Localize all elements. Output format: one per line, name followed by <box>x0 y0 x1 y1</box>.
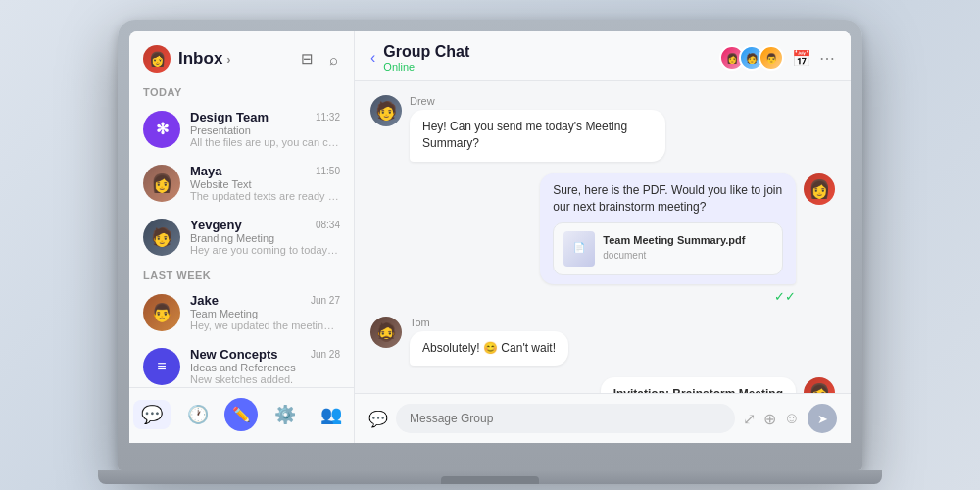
laptop-screen: 👩 Inbox › ⊟ ⌕ TODAY <box>129 31 851 443</box>
list-item[interactable]: ≡ New Concepts Jun 28 Ideas and Referenc… <box>129 339 354 387</box>
message-content: Tom Absolutely! 😊 Can't wait! <box>410 317 568 366</box>
conv-preview: Hey are you coming to today's... <box>190 244 340 256</box>
conv-preview: Hey, we updated the meeting time... <box>190 319 340 331</box>
list-item[interactable]: 🧑 Yevgeny 08:34 Branding Meeting Hey are… <box>129 210 354 264</box>
chevron-icon: › <box>226 52 230 67</box>
message-sender: Tom <box>410 317 568 328</box>
avatar: 🧑 <box>370 95 402 126</box>
conversation-body: Jake Jun 27 Team Meeting Hey, we updated… <box>190 293 340 331</box>
message-sender: Drew <box>410 95 665 107</box>
doc-info: Team Meeting Summary.pdf document <box>603 233 745 263</box>
doc-type: document <box>603 249 745 264</box>
app-container: 👩 Inbox › ⊟ ⌕ TODAY <box>129 31 851 443</box>
message-content: Invitation: Brainstorm Meeting rsvp ▾ We… <box>601 377 796 393</box>
chat-input-bar: 💬 ⤢ ⊕ ☺ ➤ <box>355 393 851 443</box>
section-lastweek: LAST WEEK <box>129 264 354 285</box>
conv-time: Jun 27 <box>311 295 340 306</box>
sidebar-title-area: 👩 Inbox › <box>143 45 231 73</box>
avatar: ≡ <box>143 348 180 385</box>
inbox-label: Inbox <box>178 49 222 69</box>
conversation-body: Design Team 11:32 Presentation All the f… <box>190 110 340 148</box>
nav-chat-button[interactable]: 💬 <box>133 400 171 429</box>
avatar: 👩 <box>804 173 835 205</box>
message-row: 👩 Sure, here is the PDF. Would you like … <box>370 173 835 305</box>
conv-preview: The updated texts are ready to go in... <box>190 190 340 202</box>
message-content: Drew Hey! Can you send me today's Meetin… <box>410 95 665 162</box>
conv-name: New Concepts <box>190 347 278 362</box>
laptop-frame: 👩 Inbox › ⊟ ⌕ TODAY <box>118 20 862 470</box>
bottom-nav: 💬 🕐 ✏️ ⚙️ 👥 <box>129 387 354 443</box>
search-button[interactable]: ⌕ <box>327 48 340 70</box>
message-bubble: Absolutely! 😊 Can't wait! <box>410 331 568 366</box>
invite-card: Invitation: Brainstorm Meeting rsvp ▾ We… <box>601 377 796 393</box>
chat-header-right: 👩 🧑 👨 📅 ⋯ <box>719 45 835 71</box>
nav-users-button[interactable]: 👥 <box>313 400 350 429</box>
back-arrow-icon[interactable]: ‹ <box>370 49 375 67</box>
message-icon: 💬 <box>368 410 388 428</box>
laptop-base <box>98 470 882 484</box>
avatar: 👨 <box>143 294 180 331</box>
expand-icon-button[interactable]: ⤢ <box>743 410 756 428</box>
conv-sub: Branding Meeting <box>190 232 340 244</box>
conversation-body: Maya 11:50 Website Text The updated text… <box>190 164 340 202</box>
sidebar-icon-group: ⊟ ⌕ <box>299 48 340 70</box>
avatar: 🧑 <box>143 219 180 256</box>
conv-time: Jun 28 <box>311 349 340 360</box>
filter-button[interactable]: ⊟ <box>299 48 316 70</box>
conv-sub: Presentation <box>190 124 340 136</box>
avatar-stack: 👩 🧑 👨 <box>719 45 784 71</box>
document-card[interactable]: 📄 Team Meeting Summary.pdf document <box>553 222 783 275</box>
nav-settings-button[interactable]: ⚙️ <box>267 400 304 429</box>
conv-time: 11:50 <box>316 166 340 176</box>
conversation-body: Yevgeny 08:34 Branding Meeting Hey are y… <box>190 218 340 256</box>
calendar-icon-button[interactable]: 📅 <box>792 49 811 68</box>
chat-messages: 🧑 Drew Hey! Can you send me today's Meet… <box>355 81 851 393</box>
chat-title-area: ‹ Group Chat Online <box>370 43 469 73</box>
conv-name: Design Team <box>190 110 269 124</box>
conv-preview: All the files are up, you can com... <box>190 136 340 148</box>
conv-preview: New sketches added. <box>190 373 340 385</box>
conv-sub: Ideas and References <box>190 362 340 373</box>
conversation-list: TODAY ✻ Design Team 11:32 Presentation A… <box>129 80 354 387</box>
laptop-notch <box>441 476 539 484</box>
conv-name: Yevgeny <box>190 218 242 232</box>
message-input[interactable] <box>396 404 735 433</box>
send-button[interactable]: ➤ <box>808 404 837 433</box>
sidebar-header: 👩 Inbox › ⊟ ⌕ <box>129 31 354 80</box>
nav-compose-button[interactable]: ✏️ <box>224 398 258 431</box>
message-row: 🧔 Tom Absolutely! 😊 Can't wait! <box>370 317 835 366</box>
conv-time: 08:34 <box>316 220 340 230</box>
sidebar: 👩 Inbox › ⊟ ⌕ TODAY <box>129 31 355 443</box>
message-bubble: Hey! Can you send me today's Meeting Sum… <box>410 110 665 162</box>
chat-status: Online <box>383 61 469 73</box>
avatar: 👩 <box>143 45 171 73</box>
sidebar-title[interactable]: Inbox › <box>178 49 231 69</box>
section-today: TODAY <box>129 80 354 102</box>
avatar: 👩 <box>804 377 835 393</box>
list-item[interactable]: 👨 Jake Jun 27 Team Meeting Hey, we updat… <box>129 285 354 339</box>
conv-name: Jake <box>190 293 219 308</box>
doc-name: Team Meeting Summary.pdf <box>603 233 745 249</box>
group-avatar: 👨 <box>759 45 784 71</box>
more-options-button[interactable]: ⋯ <box>819 49 835 68</box>
chat-title: Group Chat <box>383 43 469 61</box>
read-receipt-icon: ✓✓ <box>774 289 796 304</box>
doc-thumbnail: 📄 <box>564 231 595 267</box>
list-item[interactable]: ✻ Design Team 11:32 Presentation All the… <box>129 102 354 156</box>
avatar: 👩 <box>143 165 180 202</box>
avatar: ✻ <box>143 111 180 148</box>
conv-time: 11:32 <box>316 112 340 122</box>
avatar: 🧔 <box>370 317 402 348</box>
emoji-button[interactable]: ☺ <box>784 410 800 427</box>
add-attachment-button[interactable]: ⊕ <box>763 410 776 428</box>
message-content: Sure, here is the PDF. Would you like to… <box>540 173 796 305</box>
conversation-body: New Concepts Jun 28 Ideas and References… <box>190 347 340 385</box>
conv-sub: Team Meeting <box>190 308 340 319</box>
message-row: 👩 Invitation: Brainstorm Meeting rsvp ▾ … <box>370 377 835 393</box>
nav-clock-button[interactable]: 🕐 <box>179 400 217 429</box>
conv-sub: Website Text <box>190 178 340 190</box>
chat-header: ‹ Group Chat Online 👩 🧑 👨 📅 <box>355 31 851 81</box>
list-item[interactable]: 👩 Maya 11:50 Website Text The updated te… <box>129 156 354 210</box>
chat-panel: ‹ Group Chat Online 👩 🧑 👨 📅 <box>355 31 851 443</box>
message-bubble: Sure, here is the PDF. Would you like to… <box>540 173 796 284</box>
